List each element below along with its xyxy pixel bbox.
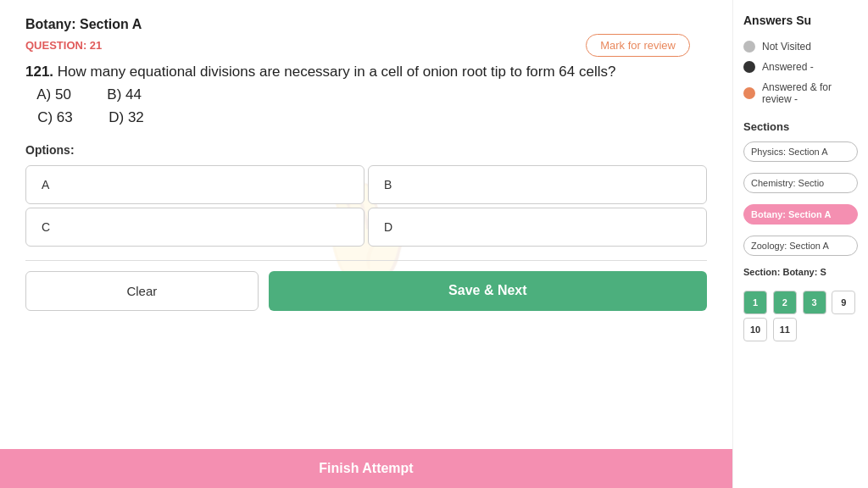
current-section-label: Section: Botany: S: [743, 267, 858, 277]
question-body: How many equational divisions are necess…: [58, 64, 616, 80]
not-visited-dot: [743, 41, 755, 53]
section-botany-button[interactable]: Botany: Section A: [743, 204, 858, 225]
option-c-text: C) 63 D) 32: [25, 109, 144, 125]
question-num-2[interactable]: 2: [773, 291, 797, 314]
option-d-box[interactable]: D: [368, 208, 707, 247]
options-grid: A B C D: [25, 165, 707, 247]
option-c-box[interactable]: C: [25, 208, 364, 247]
question-text: 121. How many equational divisions are n…: [25, 60, 707, 130]
answers-summary-title: Answers Su: [743, 14, 858, 27]
question-num-1[interactable]: 1: [743, 291, 767, 314]
option-a-box[interactable]: A: [25, 165, 364, 204]
section-chemistry-button[interactable]: Chemistry: Sectio: [743, 173, 858, 193]
action-row: Clear Save & Next: [25, 271, 707, 311]
answered-dot: [743, 61, 755, 73]
answered-review-label: Answered & for review -: [762, 81, 858, 105]
option-a-text: A) 50 B) 44: [25, 86, 142, 103]
legend-answered: Answered -: [743, 61, 858, 73]
legend-answered-review: Answered & for review -: [743, 81, 858, 105]
sidebar: Answers Su Not Visited Answered - Answer…: [732, 0, 868, 488]
answered-label: Answered -: [762, 61, 814, 73]
finish-attempt-button[interactable]: Finish Attempt: [0, 449, 732, 488]
question-num-9[interactable]: 9: [832, 291, 855, 314]
question-num-11[interactable]: 11: [773, 318, 797, 341]
clear-button[interactable]: Clear: [25, 271, 259, 311]
main-panel: ✋ Botany: Section A Mark for review QUES…: [0, 0, 732, 488]
save-next-button[interactable]: Save & Next: [269, 271, 707, 311]
legend-not-visited: Not Visited: [743, 41, 858, 53]
not-visited-label: Not Visited: [762, 41, 811, 53]
divider: [25, 260, 707, 261]
question-num-10[interactable]: 10: [743, 318, 767, 341]
option-b-box[interactable]: B: [368, 165, 707, 204]
question-number-grid: 1 2 3 9 10 11: [743, 291, 858, 341]
options-label: Options:: [25, 143, 707, 157]
question-number: 121.: [25, 64, 53, 80]
section-title: Botany: Section A: [25, 17, 707, 32]
question-num-3[interactable]: 3: [803, 291, 826, 314]
sections-title: Sections: [743, 120, 858, 133]
mark-for-review-button[interactable]: Mark for review: [586, 34, 690, 57]
section-physics-button[interactable]: Physics: Section A: [743, 141, 858, 162]
answered-review-dot: [743, 87, 755, 99]
section-zoology-button[interactable]: Zoology: Section A: [743, 236, 858, 256]
